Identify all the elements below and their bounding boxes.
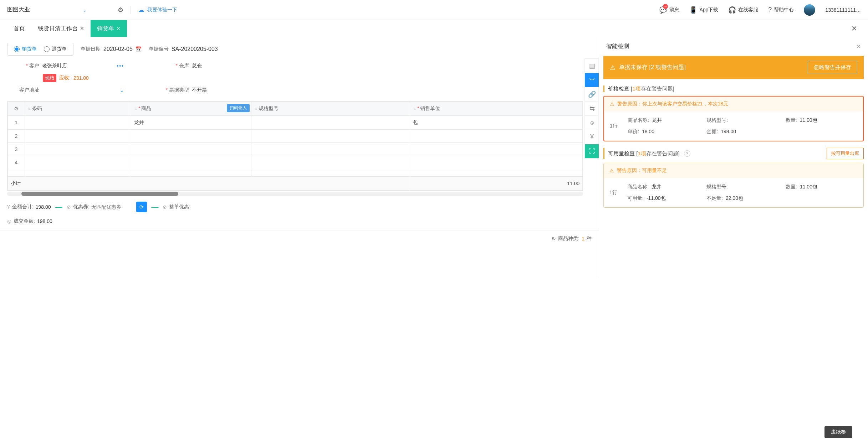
radio-sale[interactable]: 销货单 — [11, 45, 40, 54]
side-toolbar: ▤ 〰 🔗 ⇆ ⍟ ¥ ⛶ — [584, 58, 599, 159]
ellipsis-icon[interactable]: ••• — [117, 63, 124, 69]
cell-spec[interactable] — [251, 116, 410, 130]
divider — [131, 6, 131, 14]
scrollbar-thumb[interactable] — [21, 192, 178, 196]
warehouse-cell: 仓库 总仓 — [157, 63, 285, 69]
tabs-row: 首页 钱货日清工作台 ✕ 销货单 ✕ ✕ — [0, 20, 868, 37]
smart-header: 智能检测 ✕ — [599, 37, 868, 56]
invoice-value[interactable]: 不开票 — [192, 87, 207, 93]
total-amount: ¥ 金额合计: 198.00 — [7, 204, 51, 210]
coupon-field: ⊘ 优惠券: ⟳ — [67, 202, 147, 212]
calendar-icon[interactable]: 📅 — [136, 46, 142, 52]
try-experience-link[interactable]: ☁ 我要体验一下 — [138, 6, 177, 14]
tab-home-label: 首页 — [14, 25, 25, 32]
price-check-card: ⚠ 警告原因：你上次与该客户交易价格21，本次18元 1行 商品名称:龙井 规格… — [603, 96, 864, 141]
th-product[interactable]: ⇅*商品扫码录入 — [131, 102, 251, 116]
th-unit[interactable]: ⇅*销售单位 — [410, 102, 583, 116]
refresh-icon[interactable]: ⟳ — [136, 202, 147, 212]
table-row[interactable]: 4 — [8, 156, 583, 169]
warehouse-value[interactable]: 总仓 — [192, 63, 202, 69]
doc-no-label: 单据编号 — [149, 46, 169, 52]
th-spec[interactable]: ⇅规格型号 — [251, 102, 410, 116]
minus-icon: — — [151, 203, 158, 211]
radio-sale-input[interactable] — [14, 46, 20, 52]
row-label: 1行 — [609, 184, 627, 202]
doc-no-field: 单据编号 SA-20200205-003 — [149, 46, 218, 52]
radio-return-input[interactable] — [44, 46, 50, 52]
whole-discount-label: 整单优惠: — [169, 204, 190, 210]
close-all-tabs-icon[interactable]: ✕ — [848, 24, 861, 33]
coupon-label: 优惠券: — [73, 204, 90, 210]
nav-service-label: 在线客服 — [738, 7, 758, 13]
cell-barcode[interactable] — [25, 116, 131, 130]
table-row[interactable] — [8, 169, 583, 177]
deal-value: 198.00 — [37, 218, 52, 224]
exchange-icon[interactable]: ⇆ — [585, 102, 599, 116]
invoice-label: 票据类型 — [157, 87, 189, 93]
amount-value: 198.00 — [36, 204, 51, 210]
price-check-section: 价格检查 [1项存在警告问题] ⚠ 警告原因：你上次与该客户交易价格21，本次1… — [603, 85, 864, 141]
addr-cell: 客户地址 ⌄ — [7, 87, 136, 93]
expand-icon[interactable]: ⛶ — [585, 144, 599, 159]
th-barcode[interactable]: ⇅条码 — [25, 102, 131, 116]
org-selector[interactable]: 图图大业 ⌄ — [7, 6, 107, 14]
items-table: ⚙ ⇅条码 ⇅*商品扫码录入 ⇅规格型号 ⇅*销售单位 1 龙井 包 — [7, 101, 583, 191]
warehouse-label: 仓库 — [157, 63, 189, 69]
stock-check-section: 可用量检查 [1项存在警告问题] ? 按可用量出库 ⚠ 警告原因：可用量不足 1… — [603, 148, 864, 208]
help-icon[interactable]: ? — [684, 150, 690, 157]
radio-return[interactable]: 退货单 — [41, 45, 70, 54]
price-check-title: 价格检查 [1项存在警告问题] — [603, 85, 864, 92]
close-icon[interactable]: ✕ — [116, 26, 121, 31]
try-label: 我要体验一下 — [147, 7, 177, 13]
customer-value-wrap[interactable]: 老张茶叶店 ••• — [42, 63, 124, 69]
chart-icon[interactable]: 〰 — [585, 73, 599, 87]
tab-workbench[interactable]: 钱货日清工作台 ✕ — [31, 20, 91, 37]
doc-icon[interactable]: ▤ — [585, 59, 599, 73]
th-gear[interactable]: ⚙ — [8, 102, 25, 116]
coupon-input[interactable] — [91, 204, 134, 210]
table-row[interactable]: 1 龙井 包 — [8, 116, 583, 130]
close-icon[interactable]: ✕ — [856, 43, 861, 50]
ship-by-available-button[interactable]: 按可用量出库 — [827, 148, 864, 159]
badge-icon: ··· — [663, 4, 668, 9]
smart-detection-panel: 智能检测 ✕ ⚠ 单据未保存 [2 项警告问题] 忽略警告并保存 价格检查 [1… — [599, 37, 868, 278]
amount-label: 金额合计: — [12, 204, 34, 210]
tab-sales-order[interactable]: 销货单 ✕ — [91, 20, 127, 37]
scan-input-button[interactable]: 扫码录入 — [227, 104, 250, 112]
table-header-row: ⚙ ⇅条码 ⇅*商品扫码录入 ⇅规格型号 ⇅*销售单位 — [8, 102, 583, 116]
subtotal-value: 11.00 — [410, 177, 583, 191]
addr-dropdown[interactable]: ⌄ — [42, 87, 124, 93]
nav-messages[interactable]: 💬··· 消息 — [659, 6, 679, 14]
tab-home[interactable]: 首页 — [7, 20, 31, 37]
ignore-save-button[interactable]: 忽略警告并保存 — [808, 61, 857, 74]
avatar[interactable] — [804, 4, 815, 16]
warning-icon: ⚠ — [609, 168, 614, 173]
warning-icon: ⚠ — [610, 101, 614, 107]
price-check-grid: 商品名称:龙井 规格型号: 数量:11.00包 单价:18.00 金额:198.… — [628, 117, 857, 135]
user-phone[interactable]: 13381111111… — [825, 7, 861, 13]
currency-icon[interactable]: ¥ — [585, 130, 599, 144]
horizontal-scrollbar[interactable] — [7, 192, 583, 196]
tab-sales-label: 销货单 — [97, 25, 114, 32]
gear-icon[interactable]: ⚙ — [118, 6, 123, 14]
cell-product[interactable]: 龙井 — [131, 116, 251, 130]
person-icon[interactable]: ⍟ — [585, 116, 599, 130]
cell-unit[interactable]: 包 — [410, 116, 583, 130]
nav-help-center[interactable]: ? 帮助中心 — [768, 6, 794, 14]
nav-online-service[interactable]: 🎧 在线客服 — [728, 6, 758, 14]
table-row[interactable]: 3 — [8, 143, 583, 156]
form-row-1: 客户 老张茶叶店 ••• 仓库 总仓 — [7, 63, 592, 69]
sort-icon: ⇅ — [254, 107, 257, 111]
date-value[interactable]: 2020-02-05 — [103, 46, 133, 52]
yen-icon: ¥ — [7, 204, 10, 210]
close-icon[interactable]: ✕ — [80, 26, 84, 31]
price-check-title-text: 价格检查 — [608, 85, 629, 92]
cloud-icon: ☁ — [138, 6, 144, 14]
smart-title: 智能检测 — [606, 43, 629, 50]
nav-app-download[interactable]: 📱 App下载 — [689, 6, 718, 14]
form-grid: 客户 老张茶叶店 ••• 仓库 总仓 现结 应收: 231.00 客户地 — [0, 60, 599, 101]
customer-label: 客户 — [7, 63, 39, 69]
table-row[interactable]: 2 — [8, 130, 583, 143]
link-icon[interactable]: 🔗 — [585, 87, 599, 102]
form-row-2: 客户地址 ⌄ 票据类型 不开票 — [7, 87, 592, 93]
